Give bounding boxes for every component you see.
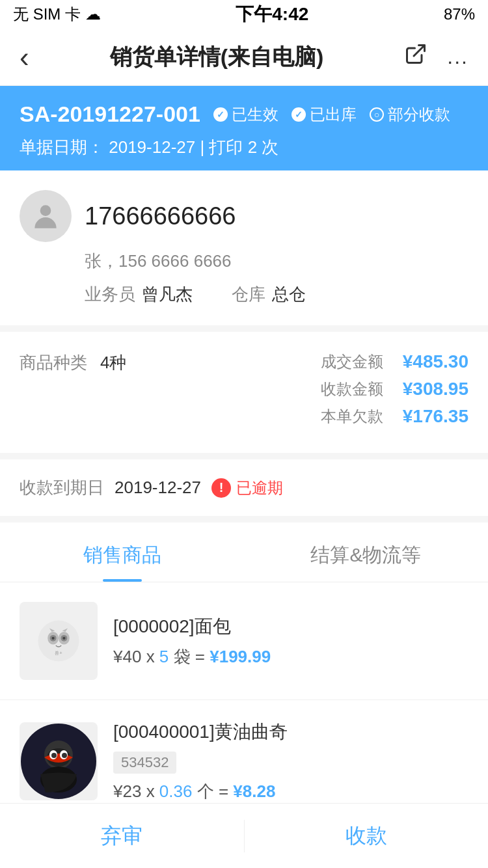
product-type-row: 商品种类 4种 [20,351,126,374]
badge-shipped: ✓ 已出库 [291,104,357,125]
product-total-1: ¥199.99 [210,647,271,666]
tabs: 销售商品 结算&物流等 [0,522,488,582]
status-time: 下午4:42 [236,2,308,27]
product-sku-2: 534532 [113,752,176,774]
avatar [20,190,72,242]
svg-point-15 [51,753,57,758]
product-info-1: [0000002]面包 ¥40 x 5 袋 = ¥199.99 [113,614,468,668]
product-type-label: 商品种类 [20,351,87,374]
due-label: 收款到期日 [20,476,104,499]
order-id: SA-20191227-001 [20,102,200,127]
product-item-1: 兽+ [0000002]面包 ¥40 x 5 袋 = ¥199.99 [0,582,488,700]
sim-label: 无 SIM 卡 ☁ [13,4,101,25]
received-row: 收款金额 ¥308.95 [321,379,468,400]
check-icon-1: ✓ [213,107,228,122]
print-suffix: 次 [262,137,278,157]
tab-products[interactable]: 销售商品 [0,522,244,582]
svg-point-2 [38,621,79,662]
product-price-1: ¥40 x 5 袋 = ¥199.99 [113,645,468,668]
product-name-2: [000400001]黄油曲奇 [113,720,468,744]
warehouse-value: 总仓 [272,283,306,306]
product-list: 兽+ [0000002]面包 ¥40 x 5 袋 = ¥199.99 [0,582,488,823]
product-base-price-2: ¥23 [113,781,141,801]
page-title: 销货单详情(来自电脑) [110,42,324,72]
deal-amount-row: 成交金额 ¥485.30 [321,351,468,372]
stats-card: 商品种类 4种 成交金额 ¥485.30 收款金额 ¥308.95 本单欠款 ¥… [0,332,488,459]
product-eq-1: = [195,647,210,666]
cancel-review-button[interactable]: 弃审 [0,809,244,863]
product-eq-2: = [219,781,233,801]
status-left: 无 SIM 卡 ☁ [13,4,101,25]
svg-line-0 [414,46,425,57]
badge-partial-label: 部分收款 [388,104,450,125]
product-unit-2: 个 [197,781,214,801]
badge-partial: ○ 部分收款 [370,104,450,125]
stats-right: 成交金额 ¥485.30 收款金额 ¥308.95 本单欠款 ¥176.35 [321,351,468,433]
staff-row: 业务员 曾凡杰 仓库 总仓 [85,283,468,306]
product-unit-1: 袋 [174,647,191,666]
badge-shipped-label: 已出库 [310,104,357,125]
product-name-1: [0000002]面包 [113,614,468,639]
print-count: 2 [248,137,257,157]
header-banner: SA-20191227-001 ✓ 已生效 ✓ 已出库 ○ 部分收款 单据日期：… [0,86,488,170]
received-value: ¥308.95 [403,379,468,400]
received-label: 收款金额 [321,379,383,400]
customer-name: 张，156 6666 6666 [85,250,468,273]
share-button[interactable] [404,42,427,72]
battery-label: 87% [444,5,475,23]
product-price-2: ¥23 x 0.36 个 = ¥8.28 [113,780,468,803]
header-date: 单据日期： 2019-12-27 | 打印 2 次 [20,136,468,159]
overdue-label: 已逾期 [236,478,283,498]
product-thumb-2 [20,722,98,800]
warehouse-label: 仓库 [232,283,265,306]
debt-label: 本单欠款 [321,406,383,427]
more-button[interactable]: ... [447,45,468,69]
debt-value: ¥176.35 [403,406,468,427]
back-button[interactable]: ‹ [20,41,29,74]
product-x-1: x [146,647,159,666]
print-label: | 打印 [200,137,243,157]
staff-value: 曾凡杰 [142,283,193,306]
staff-label: 业务员 [85,283,135,306]
svg-point-1 [40,205,51,216]
overdue-badge: ! 已逾期 [211,478,283,498]
status-right: 87% [444,5,475,23]
deal-amount-value: ¥485.30 [403,351,468,372]
order-date: 2019-12-27 [109,137,195,157]
customer-card: 17666666666 张，156 6666 6666 业务员 曾凡杰 仓库 总… [0,170,488,332]
order-info-row: SA-20191227-001 ✓ 已生效 ✓ 已出库 ○ 部分收款 [20,102,468,127]
svg-point-7 [52,637,55,640]
product-info-2: [000400001]黄油曲奇 534532 ¥23 x 0.36 个 = ¥8… [113,720,468,803]
main-content: SA-20191227-001 ✓ 已生效 ✓ 已出库 ○ 部分收款 单据日期：… [0,86,488,868]
badge-activated: ✓ 已生效 [213,104,278,125]
customer-id: 17666666666 [85,202,236,230]
customer-row: 17666666666 [20,190,468,242]
deal-amount-label: 成交金额 [321,351,383,372]
nav-bar: ‹ 销货单详情(来自电脑) ... [0,29,488,86]
product-base-price-1: ¥40 [113,647,141,666]
tab-settlement[interactable]: 结算&物流等 [244,522,488,582]
check-icon-2: ✓ [291,107,306,122]
due-date: 2019-12-27 [115,478,201,498]
bottom-bar: 弃审 收款 [0,803,488,868]
svg-point-8 [62,637,65,640]
product-type-value: 4种 [100,351,126,374]
debt-row: 本单欠款 ¥176.35 [321,406,468,427]
date-label: 单据日期： [20,137,104,157]
stats-left: 商品种类 4种 [20,351,126,379]
product-total-2: ¥8.28 [233,781,275,801]
nav-actions: ... [404,42,468,72]
product-qty-2: 0.36 [159,781,193,801]
badge-activated-label: 已生效 [232,104,278,125]
collect-payment-button[interactable]: 收款 [245,809,489,863]
svg-point-16 [62,753,67,758]
clock-icon: ○ [370,107,384,122]
product-thumb-1: 兽+ [20,602,98,680]
product-qty-1: 5 [159,647,169,666]
product-x-2: x [146,781,159,801]
due-card: 收款到期日 2019-12-27 ! 已逾期 [0,459,488,522]
status-bar: 无 SIM 卡 ☁ 下午4:42 87% [0,0,488,29]
svg-text:兽+: 兽+ [55,651,62,655]
overdue-icon: ! [211,478,231,498]
